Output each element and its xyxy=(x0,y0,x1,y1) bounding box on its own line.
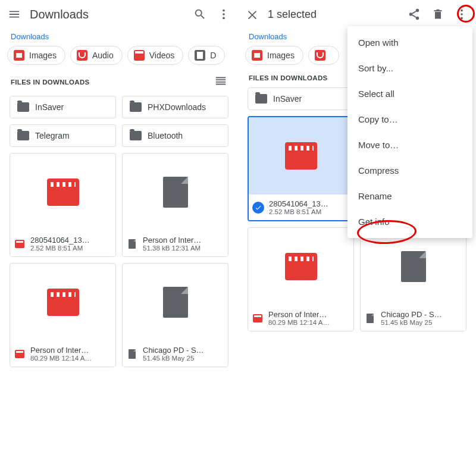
video-icon xyxy=(47,289,79,316)
svg-point-1 xyxy=(223,13,225,15)
section-label: FILES IN DOWNLOADS xyxy=(11,79,90,86)
file-meta: 51.38 kB 12:31 AM xyxy=(143,245,201,252)
selection-title: 1 selected xyxy=(263,8,403,21)
filter-chips: Images Audio Videos D xyxy=(0,46,238,71)
file-type-icon xyxy=(126,237,138,251)
file-meta: 2.52 MB 8:51 AM xyxy=(30,245,90,252)
file-tile-selected[interactable]: 280541064_13…2.52 MB 8:51 AM xyxy=(248,116,355,221)
svg-point-4 xyxy=(409,12,413,16)
breadcrumb[interactable]: Downloads xyxy=(0,29,238,46)
svg-point-8 xyxy=(461,17,463,20)
file-preview xyxy=(10,154,115,231)
folder-name: PHXDownloads xyxy=(148,102,206,112)
file-footer: 280541064_13…2.52 MB 8:51 AM xyxy=(10,231,115,256)
menu-compress[interactable]: Compress xyxy=(347,158,472,183)
folder-item[interactable]: InSaver xyxy=(10,96,116,118)
file-preview xyxy=(248,228,353,305)
overflow-menu: Open with Sort by... Select all Copy to…… xyxy=(347,26,472,238)
appbar-left: Downloads xyxy=(0,0,238,29)
file-footer: Person of Inter…80.29 MB 12:14 A… xyxy=(10,341,115,367)
chip-images[interactable]: Images xyxy=(245,46,303,65)
search-icon[interactable] xyxy=(189,4,211,25)
chip-audio[interactable] xyxy=(308,46,339,65)
listview-toggle-icon[interactable] xyxy=(214,74,227,90)
appbar-selection: 1 selected xyxy=(238,0,476,29)
hamburger-icon[interactable] xyxy=(4,4,25,25)
file-footer: Chicago PD - S…51.45 kB May 25 xyxy=(123,341,228,367)
folder-icon xyxy=(17,131,29,140)
audio-icon xyxy=(315,50,325,61)
file-type-icon xyxy=(14,237,26,251)
file-grid: 280541064_13…2.52 MB 8:51 AM Person of I… xyxy=(0,147,238,373)
folder-name: InSaver xyxy=(273,94,302,104)
menu-get-info[interactable]: Get info xyxy=(347,209,472,234)
file-tile[interactable]: Person of Inter…51.38 kB 12:31 AM xyxy=(122,153,228,257)
chip-documents[interactable]: D xyxy=(188,46,225,65)
file-name: Person of Inter… xyxy=(30,346,92,355)
overflow-icon[interactable] xyxy=(213,4,234,25)
folder-icon xyxy=(17,102,29,112)
chip-audio[interactable]: Audio xyxy=(70,46,123,65)
file-name: Chicago PD - S… xyxy=(143,346,204,355)
file-name: 280541064_13… xyxy=(30,236,90,245)
chip-images[interactable]: Images xyxy=(7,46,65,65)
menu-open-with[interactable]: Open with xyxy=(347,30,472,55)
svg-point-7 xyxy=(461,13,463,15)
panel-right: 1 selected Downloads Images FILES IN DOW… xyxy=(238,0,476,476)
section-label: FILES IN DOWNLOADS xyxy=(249,74,328,82)
folder-item[interactable]: Telegram xyxy=(10,124,116,147)
file-preview xyxy=(123,154,228,231)
menu-sort-by[interactable]: Sort by... xyxy=(347,55,472,81)
file-preview xyxy=(361,228,466,305)
file-type-icon xyxy=(14,347,26,361)
menu-copy-to[interactable]: Copy to… xyxy=(347,107,472,132)
file-tile[interactable]: 280541064_13…2.52 MB 8:51 AM xyxy=(10,153,116,257)
folder-name: InSaver xyxy=(35,102,64,112)
chip-label: Images xyxy=(267,51,295,60)
images-icon xyxy=(252,50,262,61)
folder-name: Telegram xyxy=(35,131,70,140)
file-tile[interactable]: Person of Inter…80.29 MB 12:14 A… xyxy=(10,263,116,367)
file-tile[interactable]: Chicago PD - S…51.45 kB May 25 xyxy=(122,263,228,367)
delete-icon[interactable] xyxy=(427,4,449,25)
svg-point-0 xyxy=(223,10,225,12)
document-icon xyxy=(163,287,188,318)
file-meta: 80.29 MB 12:14 A… xyxy=(30,355,92,362)
svg-point-3 xyxy=(416,9,419,12)
file-preview xyxy=(10,264,115,341)
menu-select-all[interactable]: Select all xyxy=(347,81,472,107)
folder-item[interactable]: Bluetooth xyxy=(122,124,228,147)
folder-icon xyxy=(130,102,142,112)
document-icon xyxy=(401,251,426,282)
file-meta: 2.52 MB 8:51 AM xyxy=(269,208,328,215)
file-name: Chicago PD - S… xyxy=(381,310,442,319)
audio-icon xyxy=(77,50,87,61)
folder-item[interactable]: PHXDownloads xyxy=(122,96,228,118)
file-tile[interactable]: Person of Inter…80.29 MB 12:14 A… xyxy=(248,227,354,331)
video-icon xyxy=(47,178,79,206)
svg-point-2 xyxy=(223,17,225,20)
file-name: 280541064_13… xyxy=(269,199,328,208)
folder-name: Bluetooth xyxy=(148,131,183,140)
svg-point-5 xyxy=(416,17,419,20)
folder-icon xyxy=(130,131,142,140)
file-footer: Chicago PD - S…51.45 kB May 25 xyxy=(361,305,466,331)
close-icon[interactable] xyxy=(242,4,263,25)
chip-videos[interactable]: Videos xyxy=(127,46,184,65)
folder-item[interactable]: InSaver xyxy=(248,87,354,110)
file-type-icon xyxy=(126,347,138,361)
file-meta: 51.45 kB May 25 xyxy=(381,319,442,326)
overflow-icon[interactable] xyxy=(451,4,472,25)
menu-rename[interactable]: Rename xyxy=(347,183,472,209)
menu-move-to[interactable]: Move to… xyxy=(347,132,472,158)
file-tile[interactable]: Chicago PD - S…51.45 kB May 25 xyxy=(360,227,466,331)
folder-icon xyxy=(255,94,267,104)
file-footer: Person of Inter…51.38 kB 12:31 AM xyxy=(123,231,228,256)
document-icon xyxy=(163,177,188,208)
file-preview xyxy=(249,117,353,195)
chip-label: Images xyxy=(29,51,57,60)
file-name: Person of Inter… xyxy=(268,310,330,319)
file-type-icon xyxy=(364,311,376,325)
images-icon xyxy=(14,50,24,61)
share-icon[interactable] xyxy=(403,4,425,25)
